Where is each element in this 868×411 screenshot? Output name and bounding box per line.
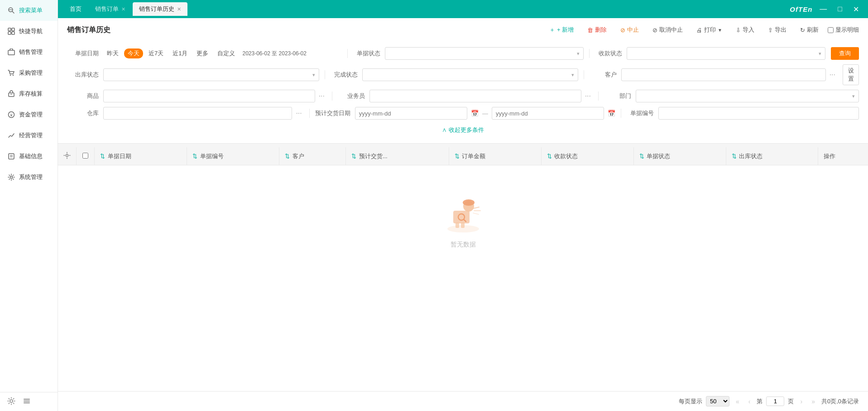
query-button[interactable]: 查询 <box>831 47 859 60</box>
import-button[interactable]: ⇩ 导入 <box>731 24 759 36</box>
settings-icon[interactable] <box>7 397 15 406</box>
warehouse-more-btn[interactable]: ··· <box>294 109 303 117</box>
expected-delivery-end[interactable] <box>492 107 604 120</box>
tab-sales-order-history[interactable]: 销售订单历史 ✕ <box>133 2 187 16</box>
th-expected-delivery-sort-icon[interactable]: ⇅ <box>351 153 356 160</box>
refresh-button[interactable]: ↻ 刷新 <box>796 24 823 36</box>
tab-sales-order-history-close[interactable]: ✕ <box>177 7 181 12</box>
customer-input[interactable] <box>621 68 826 81</box>
sidebar-bottom <box>0 392 58 411</box>
sidebar-label-basic-info: 基础信息 <box>19 152 43 160</box>
svg-point-22 <box>66 155 68 157</box>
collapse-filters-btn[interactable]: ∧ 收起更多条件 <box>67 124 859 138</box>
complete-status-dropdown-arrow: ▾ <box>571 72 574 78</box>
svg-point-26 <box>463 199 475 206</box>
payment-status-dropdown-arrow: ▾ <box>819 51 821 57</box>
window-close-btn[interactable]: ✕ <box>849 3 863 15</box>
th-date-sort-icon[interactable]: ⇅ <box>100 153 105 160</box>
svg-rect-33 <box>461 222 465 228</box>
goods-more-btn[interactable]: ··· <box>317 92 326 100</box>
select-all-checkbox[interactable] <box>82 153 88 159</box>
salesperson-more-btn[interactable]: ··· <box>583 92 593 100</box>
salesperson-input[interactable] <box>369 90 581 102</box>
th-settings[interactable] <box>58 147 77 165</box>
sidebar-item-operations[interactable]: 经营管理 <box>0 125 58 146</box>
current-page-input[interactable] <box>766 396 784 406</box>
show-detail-checkbox[interactable] <box>828 27 834 33</box>
svg-rect-21 <box>24 402 30 403</box>
sidebar-label-sales-mgmt: 销售管理 <box>19 48 43 56</box>
delivery-status-select[interactable]: ▾ <box>103 68 319 81</box>
svg-line-1 <box>12 11 14 13</box>
th-order-no-sort-icon[interactable]: ⇅ <box>192 153 197 160</box>
sidebar-item-inventory[interactable]: 库存核算 <box>0 83 58 104</box>
tab-home[interactable]: 首页 <box>63 2 88 16</box>
th-expected-delivery: ⇅ 预计交货... <box>346 147 449 165</box>
filter-section: 销售订单历史 ＋ + 新增 🗑 删除 ⊘ 中止 ⊘ <box>58 18 868 144</box>
calendar-end-icon[interactable]: 📅 <box>608 110 615 117</box>
print-button[interactable]: 🖨 打印 ▼ <box>692 24 727 36</box>
divider-8 <box>621 109 621 118</box>
window-minimize-btn[interactable]: — <box>816 3 830 15</box>
svg-rect-32 <box>456 222 459 228</box>
collapse-sidebar-icon[interactable] <box>23 397 31 406</box>
tab-sales-order[interactable]: 销售订单 ✕ <box>89 2 132 16</box>
department-select[interactable]: ▾ <box>636 90 859 102</box>
date-more-btn[interactable]: 更多 <box>193 48 212 58</box>
new-button[interactable]: ＋ + 新增 <box>545 24 578 36</box>
sidebar-item-search-menu[interactable]: 搜索菜单 <box>0 0 58 21</box>
svg-rect-7 <box>8 50 14 55</box>
sidebar-label-system-mgmt: 系统管理 <box>19 173 43 181</box>
order-status-select[interactable]: ▾ <box>385 47 584 60</box>
date-7days-btn[interactable]: 近7天 <box>145 48 167 58</box>
toolbar: ＋ + 新增 🗑 删除 ⊘ 中止 ⊘ 取消中止 <box>545 24 859 36</box>
basic-info-icon <box>7 152 15 160</box>
sidebar-item-quick-nav[interactable]: 快捷导航 <box>0 21 58 42</box>
sidebar-item-sales-mgmt[interactable]: 销售管理 <box>0 42 58 63</box>
next-page-btn[interactable]: › <box>797 397 805 406</box>
date-today-btn[interactable]: 今天 <box>124 48 143 58</box>
table-container: ⇅ 单据日期 ⇅ 单据编号 ⇅ 客户 <box>58 147 868 411</box>
expected-delivery-start[interactable] <box>355 107 467 120</box>
order-no-input[interactable] <box>658 107 859 120</box>
export-button[interactable]: ⇧ 导出 <box>763 24 791 36</box>
complete-status-select[interactable]: ▾ <box>362 68 578 81</box>
sidebar-label-search-menu: 搜索菜单 <box>19 6 43 15</box>
goods-input[interactable] <box>103 90 315 102</box>
empty-state: 暂无数据 <box>58 165 868 276</box>
prev-page-btn[interactable]: ‹ <box>746 397 753 406</box>
th-order-amount-sort-icon[interactable]: ⇅ <box>455 153 460 160</box>
tab-sales-order-history-label: 销售订单历史 <box>139 5 174 13</box>
sidebar-label-finance: 资金管理 <box>19 111 43 119</box>
delete-button[interactable]: 🗑 删除 <box>583 24 611 36</box>
calendar-start-icon[interactable]: 📅 <box>471 110 479 117</box>
warehouse-input[interactable] <box>103 107 292 120</box>
per-page-select[interactable]: 50 10 20 100 <box>706 396 729 406</box>
first-page-btn[interactable]: « <box>733 397 742 406</box>
sidebar-item-basic-info[interactable]: 基础信息 <box>0 146 58 167</box>
date-1month-btn[interactable]: 近1月 <box>169 48 191 58</box>
th-order-status-sort-icon[interactable]: ⇅ <box>639 153 644 160</box>
payment-status-select[interactable]: ▾ <box>627 47 825 60</box>
date-yesterday-btn[interactable]: 昨天 <box>103 48 122 58</box>
last-page-btn[interactable]: » <box>809 397 818 406</box>
cancel-stop-button[interactable]: ⊘ 取消中止 <box>648 24 687 36</box>
window-maximize-btn[interactable]: □ <box>834 3 846 15</box>
customer-more-btn[interactable]: ··· <box>828 71 837 79</box>
sidebar-item-purchase-mgmt[interactable]: 采购管理 <box>0 63 58 83</box>
table-wrapper: ⇅ 单据日期 ⇅ 单据编号 ⇅ 客户 <box>58 147 868 391</box>
settings-config-button[interactable]: 设置 <box>843 64 859 85</box>
th-checkbox[interactable] <box>77 147 95 165</box>
sidebar-item-finance[interactable]: ¥ 资金管理 <box>0 104 58 125</box>
th-delivery-status-sort-icon[interactable]: ⇅ <box>732 153 737 160</box>
date-custom-btn[interactable]: 自定义 <box>214 48 239 58</box>
th-customer-sort-icon[interactable]: ⇅ <box>285 153 290 160</box>
svg-rect-6 <box>12 32 14 34</box>
export-icon: ⇧ <box>768 27 773 34</box>
purchase-mgmt-icon <box>7 69 15 77</box>
sidebar-item-system-mgmt[interactable]: 系统管理 <box>0 167 58 188</box>
th-payment-status-sort-icon[interactable]: ⇅ <box>547 153 552 160</box>
stop-button[interactable]: ⊘ 中止 <box>616 24 643 36</box>
inventory-icon <box>7 90 15 98</box>
tab-sales-order-close[interactable]: ✕ <box>121 7 125 12</box>
